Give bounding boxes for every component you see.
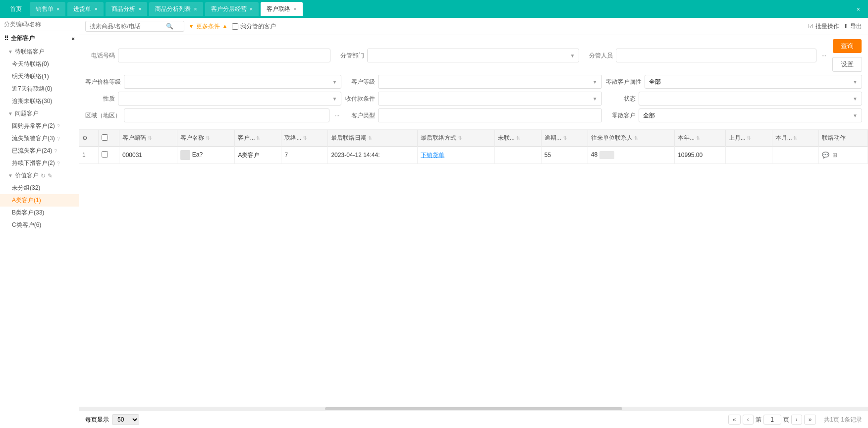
my-customer-check[interactable] <box>232 23 238 30</box>
sort-icon-overdue_days[interactable]: ⇅ <box>561 135 567 141</box>
filter-select[interactable]: ▼ <box>367 49 580 62</box>
filter-input[interactable] <box>118 49 330 62</box>
tab-close-icon[interactable]: × <box>293 6 296 12</box>
col-header-this_year[interactable]: 本年... ⇅ <box>675 130 726 147</box>
sidebar-item[interactable]: C类客户(6) <box>0 219 79 231</box>
sidebar-item[interactable]: 已流失客户(24)? <box>0 145 79 157</box>
sidebar-item[interactable]: 明天待联络(1) <box>0 70 79 83</box>
tab-close-icon[interactable]: × <box>250 6 253 12</box>
col-header-contact_count[interactable]: 联络... ⇅ <box>281 130 328 147</box>
sidebar-item[interactable]: 流失预警客户(3)? <box>0 132 79 145</box>
export-button[interactable]: ⬆ 导出 <box>843 22 862 31</box>
col-header-company_contact[interactable]: 往来单位联系人 ⇅ <box>588 130 674 147</box>
sidebar-group-extra-icon[interactable]: ✎ <box>48 172 53 179</box>
sidebar-item[interactable]: 未分组(32) <box>0 182 79 194</box>
sidebar-item[interactable]: A类客户(1) <box>0 194 79 207</box>
sort-icon-contact_count[interactable]: ⇅ <box>301 135 307 141</box>
nav-tab-商品分析列表[interactable]: 商品分析列表× <box>149 2 203 16</box>
filter-select[interactable]: ▼ <box>124 75 341 89</box>
sidebar-item[interactable]: 近7天待联络(0) <box>0 83 79 95</box>
col-header-uncontact_days[interactable]: 未联... ⇅ <box>494 130 541 147</box>
nav-tab-商品分析[interactable]: 商品分析× <box>106 2 147 16</box>
chat-icon[interactable]: 💬 <box>822 152 829 159</box>
sort-icon-uncontact_days[interactable]: ⇅ <box>515 135 520 141</box>
my-customer-checkbox[interactable]: 我分管的客户 <box>232 22 276 31</box>
filter-select[interactable]: ▼ <box>118 92 341 106</box>
filter-select[interactable]: ▼ <box>378 75 601 89</box>
col-header-type[interactable]: 客户... ⇅ <box>235 130 281 147</box>
filter-dots-button[interactable]: ··· <box>819 52 828 59</box>
col-header-code[interactable]: 客户编码 ⇅ <box>119 130 177 147</box>
close-all-button[interactable]: × <box>853 4 864 13</box>
nav-tab-客户联络[interactable]: 客户联络× <box>261 2 302 16</box>
sidebar-item[interactable]: B类客户(33) <box>0 207 79 219</box>
sort-icon-name[interactable]: ⇅ <box>204 135 210 141</box>
page-size-select[interactable]: 50100200 <box>112 414 139 425</box>
settings-button[interactable]: 设置 <box>832 57 862 72</box>
row-contact-count: 7 <box>281 147 328 164</box>
tab-close-icon[interactable]: × <box>56 6 59 12</box>
nav-home[interactable]: 首页 <box>4 2 28 16</box>
prev-page-button[interactable]: ‹ <box>743 415 754 425</box>
sort-icon-last_contact_method[interactable]: ⇅ <box>456 135 462 141</box>
filter-input-dots[interactable] <box>124 108 329 122</box>
more-filter-button[interactable]: ▼ 更多条件 ▲ <box>188 22 228 31</box>
filter-select[interactable]: ▼ <box>378 92 601 106</box>
tab-close-icon[interactable]: × <box>194 6 197 12</box>
col-header-overdue_days[interactable]: 逾期... ⇅ <box>541 130 588 147</box>
sort-icon-last_month[interactable]: ⇅ <box>746 135 751 141</box>
sidebar-collapse-icon[interactable]: « <box>71 35 75 42</box>
col-header-last_contact_date[interactable]: 最后联络日期 ⇅ <box>328 130 418 147</box>
select-all-checkbox[interactable] <box>102 134 108 141</box>
sidebar-search-input[interactable] <box>4 21 78 28</box>
row-checkbox[interactable] <box>98 147 119 164</box>
col-header-last_month[interactable]: 上月... ⇅ <box>725 130 772 147</box>
col-header-action[interactable]: 联络动作 <box>818 130 868 147</box>
page-number-input[interactable] <box>763 415 781 425</box>
col-header-settings[interactable]: ⚙ <box>79 130 98 147</box>
filter-select[interactable]: 全部▼ <box>645 75 862 89</box>
sidebar-item[interactable]: 逾期未联络(30) <box>0 95 79 107</box>
col-header-this_month[interactable]: 本月... ⇅ <box>772 130 818 147</box>
col-header-checkbox[interactable] <box>98 130 119 147</box>
nav-tab-进货单[interactable]: 进货单× <box>67 2 103 16</box>
qrcode-icon[interactable]: ⊞ <box>832 152 837 159</box>
nav-tab-销售单[interactable]: 销售单× <box>30 2 65 16</box>
sort-icon-last_contact_date[interactable]: ⇅ <box>367 135 372 141</box>
sort-icon-company_contact[interactable]: ⇅ <box>633 135 638 141</box>
sidebar-group-title[interactable]: ▼问题客户 <box>0 107 79 120</box>
search-bar[interactable]: 🔍 <box>85 21 184 32</box>
next-page-button[interactable]: › <box>791 415 802 425</box>
all-customers-header[interactable]: ⠿ 全部客户 « <box>0 31 79 46</box>
contact-method-link[interactable]: 下销货单 <box>421 152 444 159</box>
batch-op-button[interactable]: ☑ 批量操作 <box>808 22 839 31</box>
table-wrapper[interactable]: ⚙客户编码 ⇅客户名称 ⇅客户... ⇅联络... ⇅最后联络日期 ⇅最后联络方… <box>79 130 868 407</box>
query-button[interactable]: 查询 <box>833 39 862 53</box>
nav-tab-客户分层经营[interactable]: 客户分层经营× <box>205 2 259 16</box>
sidebar-group-title[interactable]: ▼价值客户↻✎ <box>0 169 79 182</box>
filter-select[interactable]: 全部▼ <box>639 108 862 122</box>
filter-input-dots[interactable] <box>616 49 816 62</box>
sort-icon-type[interactable]: ⇅ <box>255 135 260 141</box>
tab-close-icon[interactable]: × <box>94 6 97 12</box>
sort-icon-this_month[interactable]: ⇅ <box>792 135 798 141</box>
sidebar-item[interactable]: 回购异常客户(2)? <box>0 120 79 132</box>
sidebar-search-bar[interactable]: 🔍 <box>0 18 79 31</box>
sort-icon-this_year[interactable]: ⇅ <box>695 135 700 141</box>
sort-icon-code[interactable]: ⇅ <box>146 135 152 141</box>
col-header-name[interactable]: 客户名称 ⇅ <box>177 130 235 147</box>
filter-dots-button[interactable]: ··· <box>332 112 341 119</box>
sidebar-item[interactable]: 今天待联络(0) <box>0 58 79 70</box>
filter-select[interactable]: ▼ <box>639 92 862 106</box>
sidebar-group-extra-icon[interactable]: ↻ <box>41 172 46 179</box>
col-header-last_contact_method[interactable]: 最后联络方式 ⇅ <box>418 130 495 147</box>
tab-close-icon[interactable]: × <box>138 6 141 12</box>
first-page-button[interactable]: « <box>728 415 741 425</box>
last-page-button[interactable]: » <box>804 415 816 425</box>
sidebar-item[interactable]: 持续下滑客户(2)? <box>0 157 79 169</box>
filter-input[interactable] <box>378 108 601 122</box>
settings-gear-icon[interactable]: ⚙ <box>82 135 88 142</box>
search-input[interactable] <box>90 23 164 30</box>
row-last-contact-method[interactable]: 下销货单 <box>418 147 495 164</box>
sidebar-group-title[interactable]: ▼待联络客户 <box>0 46 79 58</box>
